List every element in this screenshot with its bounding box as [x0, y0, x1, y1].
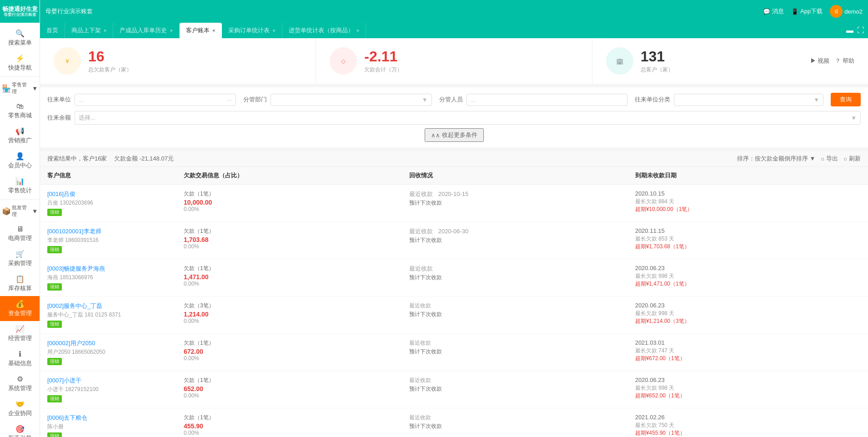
overdue-amount-5: 超期¥652.00（1笔） [635, 392, 861, 400]
sidebar-item-search-menu[interactable]: 🔍 搜索菜单 [0, 25, 40, 50]
source-unit-input[interactable]: ... ··· [75, 94, 236, 106]
stat-card-total: 🏢 131 总客户（家） ▶ 视频 ？ 帮助 [592, 38, 868, 84]
tab-maximize-icon[interactable]: ⛶ [857, 26, 864, 35]
video-icon: ▶ [810, 57, 816, 64]
tab-close-customer-account[interactable]: × [212, 28, 215, 33]
overdue-amount-4: 超期¥672.00（1笔） [635, 355, 861, 362]
due-date-5: 2020.06.23 [635, 377, 861, 383]
logo-text: 畅捷通好生意 母婴行业演示账套 [2, 5, 38, 17]
customer-name-3[interactable]: [0002]服务中心_丁磊 [47, 302, 184, 310]
sidebar-item-marketing[interactable]: 📢 营销推广 [0, 123, 40, 148]
retail-mall-icon: 🛍 [16, 102, 24, 111]
stat-card-amount: ◇ -2.11 欠款合计（万） [316, 38, 592, 84]
table-row: [0003]畅捷服务尹海燕 海燕 18513066976 现销 欠款（1笔） 1… [40, 259, 868, 296]
overdue-amount-2: 超期¥1,471.00（1笔） [635, 280, 861, 288]
sidebar-item-member[interactable]: 👤 会员中心 [0, 148, 40, 173]
sidebar-item-retail-mall[interactable]: 🛍 零售商城 [0, 99, 40, 123]
customer-name-5[interactable]: [0007]小迸干 [47, 377, 184, 385]
sort-label[interactable]: 排序：按欠款金额倒序排序 ▼ [737, 155, 816, 163]
sidebar-item-new-guide[interactable]: 🎯 新手引导 [0, 421, 40, 437]
stat-info-amount: -2.11 欠款合计（万） [364, 48, 402, 74]
tab-inbound-stats[interactable]: 进货单统计表（按商品） × [282, 23, 366, 38]
tab-product-status[interactable]: 商品上下架 × [65, 23, 113, 38]
customer-name-6[interactable]: [0006]去下粮仓 [47, 414, 184, 422]
app-download-btn[interactable]: 📱 App下载 [791, 7, 823, 15]
overdue-days-2: 最长欠款 998 天 [635, 272, 861, 280]
tab-close-inbound-stats[interactable]: × [356, 28, 359, 33]
overdue-days-4: 最长欠款 747 天 [635, 347, 861, 355]
sidebar-item-enterprise[interactable]: 🤝 企业协同 [0, 396, 40, 421]
table-container: 客户信息 欠款交易信息（占比） 回收情况 到期未收款日期 [0016]吕俊 吕俊… [40, 167, 868, 437]
stat-icon-customers: ¥ [54, 47, 81, 75]
header-right: 💬 消息 📱 App下载 d demo2 [763, 5, 863, 18]
filter-row-1: 往来单位 ... ··· 分管部门 ▼ 分管人员 ... [47, 93, 861, 106]
video-btn[interactable]: ▶ 视频 [810, 57, 830, 65]
due-date-info-5: 2020.06.23 最长欠款 998 天 超期¥652.00（1笔） [635, 377, 861, 400]
retail-stats-icon: 📊 [15, 177, 25, 186]
customer-name-2[interactable]: [0003]畅捷服务尹海燕 [47, 265, 184, 273]
col-header-debt: 欠款交易信息（占比） [184, 171, 409, 180]
stat-info-customers: 16 总欠款客户（家） [88, 48, 132, 74]
inventory-icon: 📋 [15, 275, 25, 283]
overdue-days-1: 最长欠款 853 天 [635, 235, 861, 243]
customer-name-4[interactable]: [000002]用户2050 [47, 339, 184, 347]
department-select[interactable]: ▼ [271, 94, 432, 106]
balance-select[interactable]: 选择... ▼ [75, 111, 861, 125]
sidebar-item-inventory[interactable]: 📋 库存核算 [0, 271, 40, 296]
sort-arrow-icon: ▼ [809, 155, 815, 162]
message-btn[interactable]: 💬 消息 [763, 7, 784, 15]
due-date-0: 2020.10.15 [635, 190, 861, 197]
sidebar-item-retail-mgmt[interactable]: 🏪 零售管理 ▼ [0, 78, 40, 99]
unit-category-select[interactable]: ▼ [674, 94, 823, 106]
debt-amount-5: 652.00 [184, 385, 409, 392]
sidebar-item-basic-info[interactable]: ℹ 基础信息 [0, 346, 40, 371]
tab-production-history[interactable]: 产成品入库单历史 × [113, 23, 179, 38]
new-guide-icon: 🎯 [15, 425, 25, 433]
sidebar-item-retail-stats[interactable]: 📊 零售统计 [0, 173, 40, 198]
sidebar: 畅捷通好生意 母婴行业演示账套 🔍 搜索菜单 ⚡ 快捷导航 🏪 零售管理 ▼ 🛍 [0, 0, 40, 437]
customer-contact-4: 用户2050 18665062050 [47, 348, 184, 356]
customer-name-1[interactable]: [0001020001]李老师 [47, 227, 184, 236]
tab-customer-account[interactable]: 客户账本 × [180, 23, 222, 38]
unit-category-label: 往来单位分类 [635, 95, 670, 104]
user-avatar[interactable]: d demo2 [830, 5, 863, 18]
stat-label-total: 总客户（家） [641, 66, 673, 74]
tab-purchase-order[interactable]: 采购订单统计表 × [222, 23, 282, 38]
export-btn[interactable]: ○ 导出 [821, 155, 838, 163]
customer-info-0: [0016]吕俊 吕俊 13026203696 现销 [47, 190, 184, 216]
tab-bar: 首页 商品上下架 × 产成品入库单历史 × 客户账本 × 采购订单统计表 × 进… [40, 23, 868, 38]
collapse-button[interactable]: ∧∧ 收起更多条件 [425, 128, 484, 142]
tab-close-production-history[interactable]: × [170, 28, 172, 33]
sidebar-item-purchase[interactable]: 🛒 采购管理 [0, 246, 40, 271]
stats-row: ¥ 16 总欠款客户（家） ◇ -2.11 欠款合计（万） 🏢 [40, 38, 868, 84]
sidebar-item-batch-mgmt[interactable]: 📦 批发管理 ▼ [0, 201, 40, 221]
overdue-amount-6: 超期¥455.90（1笔） [635, 429, 861, 437]
tab-close-product-status[interactable]: × [104, 28, 106, 33]
customer-name-0[interactable]: [0016]吕俊 [47, 190, 184, 198]
tab-close-purchase-order[interactable]: × [272, 28, 275, 33]
sidebar-item-operations[interactable]: 📈 经营管理 [0, 321, 40, 346]
due-date-info-3: 2020.06.23 最长欠款 998 天 超期¥1,214.00（3笔） [635, 302, 861, 325]
arrow-icon2: ▼ [32, 208, 38, 215]
refresh-btn[interactable]: ○ 刷新 [843, 155, 861, 163]
main-area: 母婴行业演示账套 💬 消息 📱 App下载 d demo2 首页 商品上下架 × [40, 0, 868, 437]
recovery-info-4: 最近收款 预计下次收款 [409, 339, 635, 356]
refresh-icon: ○ [843, 156, 847, 162]
help-btn[interactable]: ？ 帮助 [835, 57, 854, 65]
tab-minimize-icon[interactable]: ▬ [846, 26, 853, 35]
tab-home[interactable]: 首页 [40, 23, 65, 38]
sidebar-item-ecommerce[interactable]: 🖥 电商管理 [0, 221, 40, 246]
customers-icon: ¥ [65, 58, 69, 65]
department-label: 分管部门 [243, 95, 267, 104]
result-info: 搜索结果中，客户16家 欠款金额 -21,148.07元 [47, 155, 174, 163]
search-button[interactable]: 查询 [831, 93, 861, 106]
recovery-info-0: 最近收款 2020-10-15 预计下次收款 [409, 190, 635, 207]
manager-input[interactable]: ... [467, 94, 628, 106]
sidebar-item-system[interactable]: ⚙ 系统管理 [0, 371, 40, 396]
overdue-days-3: 最长欠款 998 天 [635, 310, 861, 317]
debt-info-1: 欠款（1笔） 1,703.68 0.00% [184, 227, 409, 250]
sidebar-item-finance[interactable]: 💰 资金管理 [0, 296, 40, 321]
debt-amount-0: 10,000.00 [184, 199, 409, 206]
sidebar-item-quick-nav[interactable]: ⚡ 快捷导航 [0, 50, 40, 75]
debt-count-0: 欠款（1笔） [184, 190, 409, 198]
